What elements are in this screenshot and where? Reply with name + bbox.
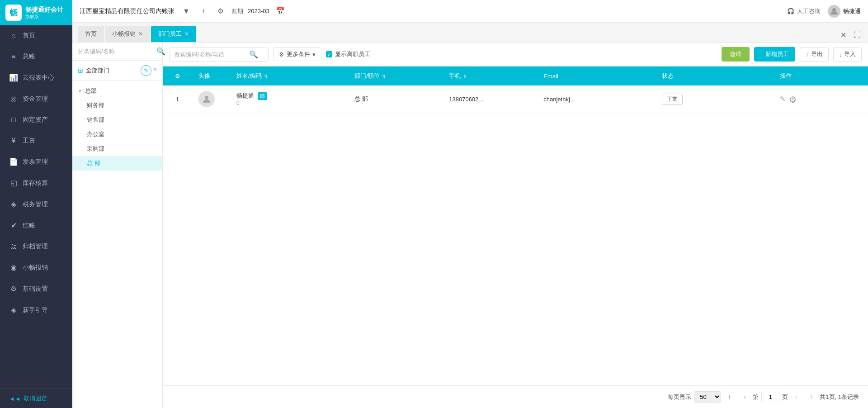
dept-child-sales[interactable]: 销售部 (72, 113, 162, 127)
sidebar-item-archive[interactable]: 🗂 归档管理 (0, 236, 72, 257)
dept-panel: 🔍 ⊞ 全部部门 ✎ « ▼ 总部 (72, 43, 163, 408)
logout-employee-btn[interactable]: ⏻ (789, 95, 796, 103)
funds-icon: ◎ (9, 95, 18, 103)
app-logo: 畅 畅捷通好会计 旗舰版 (0, 0, 72, 25)
sidebar-label-invoice: 发票管理 (23, 158, 48, 166)
dept-child-office[interactable]: 办公室 (72, 127, 162, 142)
export-label: 导出 (811, 50, 823, 58)
assets-icon: □ (9, 116, 18, 124)
tab-employees[interactable]: 部门员工 ✕ (151, 26, 196, 42)
sidebar-item-invoice[interactable]: 📄 发票管理 (0, 151, 72, 172)
sidebar-label-reports: 云报表中心 (23, 74, 54, 82)
sidebar-label-guide: 新手引导 (23, 306, 48, 314)
sidebar-item-home[interactable]: ⌂ 首页 (0, 25, 72, 46)
sidebar-item-ledger[interactable]: ≡ 总账 (0, 46, 72, 67)
inventory-icon: ◱ (9, 179, 18, 187)
cancel-pin-button[interactable]: ◄◄ 取消固定 (0, 389, 72, 408)
logo-sub: 旗舰版 (25, 14, 63, 20)
settings-btn[interactable]: ⚙ (214, 5, 227, 18)
phone-sort-icon: ⇅ (463, 74, 467, 79)
tab-home-label: 首页 (85, 30, 97, 38)
next-page-btn[interactable]: › (791, 392, 802, 403)
support-button[interactable]: 🎧 人工咨询 (787, 7, 821, 15)
tab-employees-close[interactable]: ✕ (184, 31, 189, 37)
col-email: Email (537, 66, 655, 85)
xiaochang-icon: ◉ (9, 263, 18, 272)
sidebar-nav: ⌂ 首页 ≡ 总账 📊 云报表中心 ◎ 资金管理 □ 固定资产 ¥ 工资 📄 发… (0, 25, 72, 389)
resigned-checkbox[interactable]: ✓ (326, 51, 332, 57)
add-company-btn[interactable]: ＋ (197, 5, 210, 18)
logo-text: 畅捷通好会计 (25, 5, 63, 14)
closing-icon: ✔ (9, 221, 18, 230)
svg-point-0 (832, 8, 836, 12)
employee-search-input[interactable] (174, 51, 246, 58)
prev-page-btn[interactable]: ‹ (739, 392, 750, 403)
page-number-input[interactable] (761, 392, 779, 402)
sidebar-item-inventory[interactable]: ◱ 库存核算 (0, 172, 72, 194)
dept-child-general[interactable]: 总 部 (72, 156, 162, 171)
first-page-btn[interactable]: ⊢ (726, 392, 736, 403)
reports-icon: 📊 (9, 73, 18, 82)
more-filter-button[interactable]: ⚙ 更多条件 ▾ (273, 47, 321, 61)
employee-search-icon[interactable]: 🔍 (249, 50, 258, 59)
sidebar-item-xiaochang[interactable]: ◉ 小畅报销 (0, 257, 72, 278)
sidebar-item-funds[interactable]: ◎ 资金管理 (0, 88, 72, 109)
col-settings[interactable]: ⚙ (163, 66, 192, 85)
filter-arrow: ▾ (312, 51, 316, 58)
logo-icon: 畅 (5, 5, 22, 21)
page-suffix: 页 (782, 393, 788, 401)
name-sort-icon: ⇅ (264, 74, 268, 79)
employee-search-box: 🔍 (169, 47, 269, 62)
sidebar-item-guide[interactable]: ◈ 新手引导 (0, 299, 72, 321)
sidebar-item-settings[interactable]: ⚙ 基础设置 (0, 278, 72, 299)
add-employee-button[interactable]: + 新增员工 (754, 47, 795, 62)
import-button[interactable]: ↓ 导入 (833, 47, 862, 62)
edit-employee-btn[interactable]: ✎ (780, 95, 786, 103)
calendar-icon[interactable]: 📅 (274, 5, 287, 18)
sidebar-item-tax[interactable]: ◈ 税务管理 (0, 194, 72, 215)
dept-label-sales: 销售部 (87, 116, 104, 123)
close-window-btn[interactable]: ✕ (839, 30, 848, 40)
dept-label-finance: 财务部 (87, 102, 104, 109)
employee-name: 畅捷通 (236, 92, 254, 100)
dropdown-icon[interactable]: ▼ (180, 5, 193, 18)
show-resigned-toggle[interactable]: ✓ 显示离职员工 (326, 50, 370, 58)
period-label: 账期 (231, 7, 243, 15)
col-dept[interactable]: 部门/职位 ⇅ (348, 66, 443, 85)
topbar-actions: ▼ ＋ ⚙ 账期 2023-03 📅 (180, 5, 287, 18)
dept-header: ⊞ 全部部门 ✎ « (72, 61, 162, 81)
dept-edit-button[interactable]: ✎ (141, 65, 151, 76)
dept-group-hq: ▼ 总部 财务部 销售部 办公室 采购部 (72, 84, 162, 171)
invite-button[interactable]: 邀请 (722, 47, 750, 62)
dept-search-input[interactable] (78, 48, 154, 55)
tab-expense-label: 小畅报销 (112, 30, 136, 38)
tab-expense-close[interactable]: ✕ (138, 31, 143, 37)
last-page-btn[interactable]: ⊣ (804, 392, 815, 403)
tab-home[interactable]: 首页 (78, 26, 104, 42)
row-name-cell: 畅捷通 部 0 (230, 85, 348, 113)
employee-avatar (198, 91, 215, 107)
dept-child-finance[interactable]: 财务部 (72, 98, 162, 113)
export-button[interactable]: ↑ 导出 (800, 47, 829, 62)
sidebar-item-salary[interactable]: ¥ 工资 (0, 130, 72, 151)
sidebar-item-reports[interactable]: 📊 云报表中心 (0, 67, 72, 88)
sidebar-label-salary: 工资 (23, 137, 35, 145)
username: 畅捷通 (843, 7, 861, 15)
guide-icon: ◈ (9, 306, 18, 314)
dept-child-purchase[interactable]: 采购部 (72, 142, 162, 156)
dept-parent-hq[interactable]: ▼ 总部 (72, 84, 162, 98)
expand-arrow: ▼ (78, 89, 82, 94)
import-label: 导入 (844, 50, 856, 58)
dept-collapse-button[interactable]: « (153, 65, 157, 76)
user-info[interactable]: 畅捷通 (828, 5, 861, 18)
col-phone[interactable]: 手机 ⇅ (443, 66, 537, 85)
expand-window-btn[interactable]: ⛶ (852, 30, 863, 40)
row-index: 1 (163, 85, 192, 113)
tab-expense[interactable]: 小畅报销 ✕ (105, 26, 150, 42)
col-name[interactable]: 姓名/编码 ⇅ (230, 66, 348, 85)
sidebar-item-assets[interactable]: □ 固定资产 (0, 109, 72, 130)
dept-badge: 部 (258, 92, 267, 100)
per-page-select[interactable]: 50 20 100 (694, 391, 721, 403)
sidebar-item-closing[interactable]: ✔ 结账 (0, 215, 72, 236)
page-body: 🔍 ⊞ 全部部门 ✎ « ▼ 总部 (72, 43, 868, 408)
